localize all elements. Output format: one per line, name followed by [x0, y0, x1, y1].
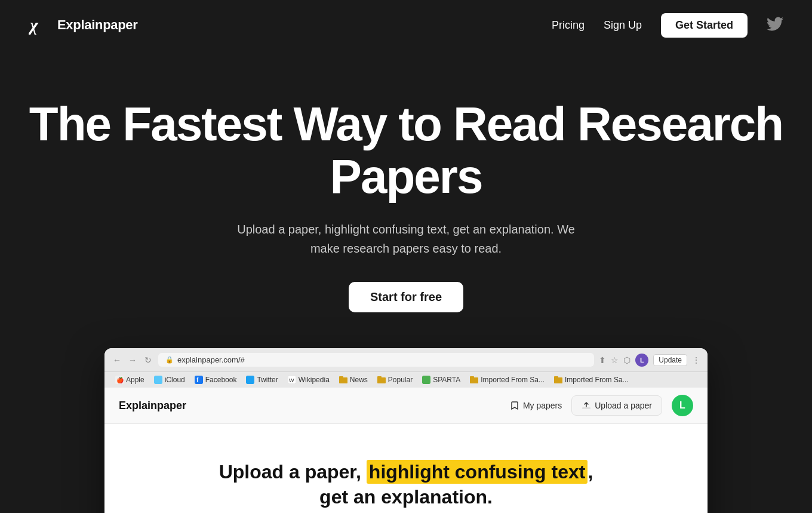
logo-icon: χ — [29, 14, 50, 36]
svg-text:W: W — [289, 377, 294, 383]
bookmark-sparta[interactable]: SPARTA — [419, 374, 464, 385]
news-folder-icon — [339, 376, 347, 384]
pricing-link[interactable]: Pricing — [552, 19, 585, 32]
update-button[interactable]: Update — [653, 354, 687, 366]
navbar: χ Explainpaper Pricing Sign Up Get Start… — [0, 0, 812, 50]
url-bar[interactable]: 🔒 explainpaper.com/# — [158, 353, 594, 367]
imported-folder-1-icon — [470, 376, 478, 384]
highlighted-text: highlight confusing text — [367, 460, 588, 484]
url-text: explainpaper.com/# — [177, 355, 245, 364]
browser-actions: ⬆ ☆ ⬡ L Update ⋮ — [599, 354, 700, 367]
svg-text:χ: χ — [29, 15, 39, 35]
icloud-icon — [154, 376, 162, 384]
share-icon[interactable]: ⬆ — [599, 355, 606, 365]
reload-button[interactable]: ↻ — [143, 355, 153, 365]
svg-rect-13 — [422, 376, 430, 384]
apple-icon: 🍎 — [115, 376, 124, 384]
svg-rect-6 — [246, 376, 254, 384]
content-line2: get an explanation. — [319, 486, 493, 508]
svg-rect-17 — [554, 376, 558, 379]
bookmark-icloud[interactable]: iCloud — [150, 374, 189, 385]
app-user-avatar: L — [672, 395, 693, 416]
bookmark-icon — [510, 401, 519, 410]
nav-right: Pricing Sign Up Get Started — [552, 13, 783, 38]
wikipedia-icon: W — [288, 376, 296, 384]
hero-section: The Fastest Way to Read Research Papers … — [0, 50, 812, 348]
content-before: Upload a paper, — [219, 461, 367, 483]
my-papers-button[interactable]: My papers — [510, 401, 562, 410]
upload-paper-button[interactable]: Upload a paper — [571, 395, 662, 416]
my-papers-label: My papers — [523, 401, 562, 410]
browser-mockup: ← → ↻ 🔒 explainpaper.com/# ⬆ ☆ ⬡ L Updat… — [104, 348, 708, 513]
hero-title: The Fastest Way to Read Research Papers — [29, 98, 783, 203]
content-after: , — [588, 461, 593, 483]
sparta-icon — [422, 376, 430, 384]
svg-rect-3 — [154, 376, 162, 384]
twitter-link[interactable] — [767, 16, 783, 35]
lock-icon: 🔒 — [165, 356, 174, 364]
signup-link[interactable]: Sign Up — [604, 19, 642, 32]
twitter-bookmark-icon — [246, 376, 254, 384]
imported-folder-2-icon — [554, 376, 562, 384]
bookmark-facebook[interactable]: f Facebook — [191, 374, 241, 385]
upload-icon — [582, 401, 591, 410]
popular-folder-icon — [377, 376, 386, 384]
svg-rect-15 — [470, 376, 474, 379]
app-header-right: My papers Upload a paper L — [510, 395, 693, 416]
browser-toolbar: ← → ↻ 🔒 explainpaper.com/# ⬆ ☆ ⬡ L Updat… — [104, 348, 708, 371]
browser-avatar: L — [635, 354, 648, 367]
bookmarks-bar: 🍎 Apple iCloud f Facebook — [104, 371, 708, 388]
browser-chrome: ← → ↻ 🔒 explainpaper.com/# ⬆ ☆ ⬡ L Updat… — [104, 348, 708, 388]
app-logo: Explainpaper — [119, 400, 186, 412]
bookmark-apple[interactable]: 🍎 Apple — [112, 374, 148, 385]
app-header: Explainpaper My papers Upload a paper L — [104, 388, 708, 424]
back-button[interactable]: ← — [112, 355, 122, 365]
menu-icon[interactable]: ⋮ — [692, 355, 700, 365]
twitter-icon — [767, 16, 783, 32]
bookmark-imported-2[interactable]: Imported From Sa... — [550, 374, 632, 385]
bookmark-popular[interactable]: Popular — [374, 374, 416, 385]
facebook-icon: f — [195, 376, 203, 384]
bookmark-wikipedia[interactable]: W Wikipedia — [284, 374, 333, 385]
brand-logo[interactable]: χ Explainpaper — [29, 14, 138, 36]
app-content-title: Upload a paper, highlight confusing text… — [219, 460, 593, 509]
bookmark-imported-1[interactable]: Imported From Sa... — [466, 374, 548, 385]
hero-subtitle: Upload a paper, highlight confusing text… — [221, 220, 591, 258]
svg-rect-10 — [339, 376, 343, 379]
extension-icon[interactable]: ⬡ — [623, 355, 630, 365]
svg-rect-12 — [377, 376, 382, 379]
bookmark-twitter[interactable]: Twitter — [242, 374, 281, 385]
forward-button[interactable]: → — [127, 355, 138, 365]
start-for-free-button[interactable]: Start for free — [349, 282, 463, 312]
svg-text:🍎: 🍎 — [116, 376, 124, 384]
star-icon[interactable]: ☆ — [611, 355, 619, 365]
upload-label: Upload a paper — [595, 401, 652, 410]
app-content: Upload a paper, highlight confusing text… — [104, 424, 708, 513]
svg-rect-18 — [582, 407, 590, 409]
bookmark-news[interactable]: News — [336, 374, 371, 385]
brand-name: Explainpaper — [57, 17, 138, 33]
get-started-button[interactable]: Get Started — [661, 13, 748, 38]
